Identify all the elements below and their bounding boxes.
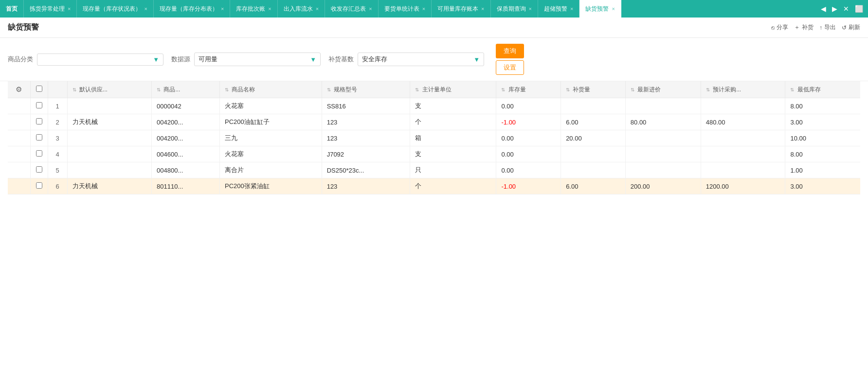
tab-order-stats[interactable]: 要货单统计表 ×	[379, 0, 432, 18]
category-select[interactable]: ▼	[37, 53, 163, 66]
tab-inventory-status[interactable]: 现存量（库存状况表） ×	[77, 0, 153, 18]
row-checkbox[interactable]	[36, 150, 42, 157]
tab-close-inout-flow[interactable]: ×	[316, 6, 319, 12]
tab-receive-summary[interactable]: 收发存汇总表 ×	[325, 0, 378, 18]
row-goods-code-cell: 801110...	[152, 178, 220, 194]
row-latest-price-cell	[625, 146, 701, 162]
row-replenish-qty-cell: 6.00	[561, 114, 626, 130]
col-min-stock-header[interactable]: ⇅ 最低库存	[785, 81, 860, 98]
row-checkbox[interactable]	[36, 118, 42, 124]
row-settings-cell	[8, 178, 30, 194]
replenish-button[interactable]: ＋ 补货	[794, 23, 814, 32]
tab-bar: 首页 拣货异常处理 × 现存量（库存状况表） × 现存量（库存分布表） × 库存…	[0, 0, 868, 18]
tab-inventory-dist[interactable]: 现存量（库存分布表） ×	[154, 0, 230, 18]
row-latest-price-cell	[625, 130, 701, 146]
tab-prev-button[interactable]: ◀	[818, 4, 829, 14]
row-replenish-qty-cell: 6.00	[561, 178, 626, 194]
row-settings-cell	[8, 130, 30, 146]
row-check-cell[interactable]	[30, 162, 48, 178]
tab-available-ledger[interactable]: 可用量库存账本 ×	[432, 0, 490, 18]
tab-overstock[interactable]: 超储预警 ×	[538, 0, 579, 18]
row-checkbox[interactable]	[36, 102, 42, 108]
col-est-purchase-header[interactable]: ⇅ 预计采购...	[701, 81, 785, 98]
category-label: 商品分类	[8, 55, 33, 64]
col-goods-code-header[interactable]: ⇅ 商品...	[152, 81, 220, 98]
refresh-button[interactable]: ↺ 刷新	[842, 23, 860, 32]
tab-close-expiry-query[interactable]: ×	[529, 6, 532, 12]
header-actions: ⎋ 分享 ＋ 补货 ↑ 导出 ↺ 刷新	[771, 23, 860, 32]
row-num-cell: 3	[48, 130, 67, 146]
select-all-checkbox[interactable]	[36, 86, 42, 92]
tab-inout-flow[interactable]: 出入库流水 ×	[278, 0, 325, 18]
row-supplier-cell: 力天机械	[67, 178, 152, 194]
row-supplier-cell	[67, 146, 152, 162]
tab-fullscreen-button[interactable]: ⬜	[852, 4, 866, 14]
tab-close-shortage[interactable]: ×	[612, 6, 615, 12]
settings-button[interactable]: 设置	[496, 60, 524, 75]
tab-close-batch-account[interactable]: ×	[268, 6, 271, 12]
col-replenish-qty-header[interactable]: ⇅ 补货量	[561, 81, 626, 98]
export-icon: ↑	[819, 24, 822, 31]
row-settings-cell	[8, 146, 30, 162]
replenish-base-select[interactable]: 安全库存 ▼	[358, 53, 484, 66]
row-checkbox[interactable]	[36, 166, 42, 173]
table-row: 2 力天机械 004200... PC200油缸缸子 123 个 -1.00 6…	[8, 114, 860, 130]
row-check-cell[interactable]	[30, 130, 48, 146]
row-settings-cell	[8, 162, 30, 178]
tab-batch-account[interactable]: 库存批次账 ×	[230, 0, 277, 18]
table-container: ⚙ ⇅ 默认供应... ⇅ 商品... ⇅	[0, 81, 868, 194]
row-checkbox[interactable]	[36, 182, 42, 189]
tab-close-inventory-status[interactable]: ×	[144, 6, 147, 12]
sort-icon-replenish: ⇅	[566, 87, 570, 92]
query-button[interactable]: 查询	[496, 44, 524, 58]
sort-icon: ⇅	[72, 87, 76, 92]
export-button[interactable]: ↑ 导出	[819, 23, 836, 32]
tab-expiry-query[interactable]: 保质期查询 ×	[491, 0, 538, 18]
col-supplier-header[interactable]: ⇅ 默认供应...	[67, 81, 152, 98]
row-supplier-cell: 力天机械	[67, 114, 152, 130]
row-check-cell[interactable]	[30, 98, 48, 114]
row-replenish-qty-cell: 20.00	[561, 130, 626, 146]
row-check-cell[interactable]	[30, 114, 48, 130]
row-supplier-cell	[67, 162, 152, 178]
share-button[interactable]: ⎋ 分享	[771, 23, 788, 32]
tab-abnormal[interactable]: 拣货异常处理 ×	[24, 0, 77, 18]
filter-btn-area: 查询 设置	[496, 44, 524, 75]
tab-close-inventory-dist[interactable]: ×	[221, 6, 224, 12]
tab-close-order-stats[interactable]: ×	[422, 6, 425, 12]
sort-icon-code: ⇅	[157, 87, 161, 92]
page-header: 缺货预警 ⎋ 分享 ＋ 补货 ↑ 导出 ↺ 刷新	[0, 18, 868, 38]
row-stock-qty-cell: -1.00	[496, 178, 561, 194]
col-stock-qty-header[interactable]: ⇅ 库存量	[496, 81, 561, 98]
tab-close-all-button[interactable]: ✕	[840, 4, 852, 14]
row-goods-name-cell: 离合片	[219, 162, 322, 178]
sort-icon-stock: ⇅	[501, 87, 505, 92]
tab-close-available-ledger[interactable]: ×	[481, 6, 484, 12]
col-check-header[interactable]	[30, 81, 48, 98]
row-check-cell[interactable]	[30, 146, 48, 162]
tab-shortage[interactable]: 缺货预警 ×	[579, 0, 621, 18]
row-num-cell: 5	[48, 162, 67, 178]
row-goods-code-cell: 0000042	[152, 98, 220, 114]
table-header-row: ⚙ ⇅ 默认供应... ⇅ 商品... ⇅	[8, 81, 860, 98]
row-check-cell[interactable]	[30, 178, 48, 194]
gear-icon[interactable]: ⚙	[16, 85, 22, 93]
category-arrow-icon: ▼	[153, 56, 159, 63]
tab-next-button[interactable]: ▶	[829, 4, 840, 14]
row-latest-price-cell	[625, 162, 701, 178]
col-goods-name-header[interactable]: ⇅ 商品名称	[219, 81, 322, 98]
tab-close-abnormal[interactable]: ×	[68, 6, 71, 12]
tab-close-overstock[interactable]: ×	[570, 6, 573, 12]
row-goods-name-cell: 三九	[219, 130, 322, 146]
row-stock-qty-cell: 0.00	[496, 162, 561, 178]
col-unit-header[interactable]: ⇅ 主计量单位	[410, 81, 496, 98]
tab-close-receive-summary[interactable]: ×	[369, 6, 372, 12]
col-latest-price-header[interactable]: ⇅ 最新进价	[625, 81, 701, 98]
col-spec-header[interactable]: ⇅ 规格型号	[322, 81, 410, 98]
row-checkbox[interactable]	[36, 134, 42, 141]
datasource-select[interactable]: 可用量 ▼	[194, 53, 321, 66]
tab-home[interactable]: 首页	[0, 0, 24, 18]
col-settings-header[interactable]: ⚙	[8, 81, 30, 98]
row-goods-code-cell: 004200...	[152, 130, 220, 146]
datasource-value: 可用量	[199, 55, 217, 64]
